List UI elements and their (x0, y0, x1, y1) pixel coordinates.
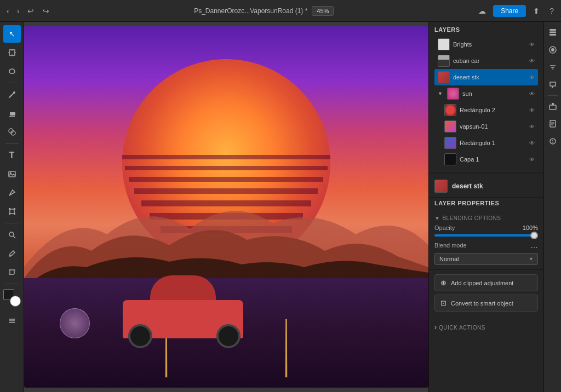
layer-capa1[interactable]: Capa 1 👁 (434, 151, 538, 168)
convert-smart-object-button[interactable]: ⊡ Convert to smart object (434, 295, 538, 312)
layer-thumb-sun (447, 88, 459, 100)
zoom-tool[interactable] (3, 226, 21, 244)
tool-separator-4 (5, 284, 19, 284)
clone-tool[interactable] (3, 123, 21, 141)
select-tool[interactable]: ↖ (3, 25, 21, 43)
artboard-tool[interactable] (3, 44, 21, 61)
layer-eye-brights[interactable]: 👁 (529, 42, 535, 48)
layer-desert-stk[interactable]: desert stk 👁 (434, 69, 538, 85)
top-bar-right: ☁ Share ⬆ ? (476, 5, 557, 17)
svg-rect-36 (549, 105, 556, 109)
right-icon-strip (543, 22, 561, 392)
group-arrow-sun: ▼ (438, 91, 443, 96)
layer-brights[interactable]: Brights 👁 (434, 36, 538, 53)
image-tool[interactable] (3, 165, 21, 183)
zoom-level[interactable]: 45% (312, 6, 334, 16)
layer-thumb-brights (438, 38, 450, 50)
layer-eye-capa1[interactable]: 👁 (529, 157, 535, 163)
opacity-slider[interactable] (434, 234, 538, 237)
right-icon-info[interactable] (546, 99, 560, 113)
undo-button[interactable]: ↩ (25, 5, 37, 16)
blend-mode-more[interactable]: … (530, 241, 538, 250)
svg-rect-30 (549, 34, 556, 36)
right-icon-filter[interactable] (546, 60, 560, 74)
svg-line-19 (13, 236, 15, 238)
forward-button[interactable]: › (15, 5, 22, 16)
right-icon-adjustments[interactable] (546, 43, 560, 57)
eraser-tool[interactable] (3, 105, 21, 122)
convert-smart-label: Convert to smart object (451, 300, 513, 307)
opacity-label: Opacity (434, 224, 455, 231)
lasso-tool[interactable] (3, 62, 21, 80)
add-clipped-label: Add clipped adjustment (451, 280, 513, 286)
brush-tool[interactable] (3, 86, 21, 103)
layer-name-capa1: Capa 1 (460, 156, 526, 163)
add-clipped-adjustment-button[interactable]: ⊕ Add clipped adjustment (434, 274, 538, 291)
canvas-background (24, 26, 428, 388)
eyedropper-tool[interactable] (3, 245, 21, 262)
car-wheel-left (128, 324, 152, 348)
layer-rectangulo1[interactable]: Rectángulo 1 👁 (434, 135, 538, 151)
svg-point-20 (9, 255, 11, 257)
back-button[interactable]: ‹ (4, 5, 12, 16)
layer-thumb-rect2 (444, 104, 456, 116)
transform-tool[interactable] (3, 203, 21, 220)
upload-button[interactable]: ⬆ (530, 5, 542, 16)
blending-options-header[interactable]: ▼ BLENDING OPTIONS (434, 215, 538, 221)
svg-point-32 (551, 48, 554, 51)
more-tools[interactable] (3, 312, 21, 330)
layers-title: Layers (434, 26, 538, 33)
canvas-image (24, 26, 428, 388)
blending-label: BLENDING OPTIONS (442, 215, 501, 221)
top-bar-left: ‹ › ↩ ↪ (4, 5, 52, 16)
type-tool[interactable]: T (3, 147, 21, 164)
blending-arrow: ▼ (434, 215, 440, 221)
svg-rect-7 (10, 112, 15, 116)
background-color[interactable] (10, 296, 21, 307)
help-button[interactable]: ? (547, 5, 557, 16)
svg-rect-13 (10, 209, 14, 214)
mountains (24, 169, 428, 289)
quick-actions-header[interactable]: › QUICK ACTIONS (429, 319, 543, 336)
layer-eye-rect1[interactable]: 👁 (529, 140, 535, 146)
svg-point-6 (13, 91, 15, 94)
layer-properties-title-row: Layer properties (429, 198, 543, 211)
crop-tool[interactable] (3, 263, 21, 281)
main-area: ↖ T (0, 22, 561, 392)
layer-thumb-cuban-car (438, 55, 450, 67)
share-button[interactable]: Share (493, 5, 526, 17)
layer-eye-sun[interactable]: 👁 (529, 91, 535, 97)
layer-thumb-desert-stk (438, 71, 450, 83)
redo-button[interactable]: ↪ (40, 5, 52, 16)
color-swatches[interactable] (3, 289, 21, 307)
canvas-area[interactable] (24, 22, 428, 392)
tool-separator-3 (5, 223, 19, 223)
pen-tool[interactable] (3, 184, 21, 201)
layer-sun-group[interactable]: ▼ sun 👁 (434, 85, 538, 102)
layer-eye-vapsun01[interactable]: 👁 (529, 124, 535, 130)
layer-thumb-rect1 (444, 137, 456, 149)
cloud-button[interactable]: ☁ (476, 5, 489, 16)
layer-eye-cuban-car[interactable]: 👁 (529, 58, 535, 64)
layer-eye-desert-stk[interactable]: 👁 (529, 74, 535, 80)
right-icon-note[interactable] (546, 117, 560, 131)
add-clipped-icon: ⊕ (440, 279, 446, 287)
layer-thumb-vapsun01 (444, 120, 456, 132)
blend-mode-select[interactable]: Normal Multiply Screen Overlay Soft Ligh… (434, 253, 538, 265)
layer-vapsun01[interactable]: vapsun-01 👁 (434, 118, 538, 135)
right-icon-comment[interactable] (546, 78, 560, 92)
convert-smart-icon: ⊡ (440, 299, 446, 307)
layer-name-desert-stk: desert stk (453, 74, 526, 80)
opacity-slider-thumb[interactable] (530, 232, 538, 239)
layer-cuban-car[interactable]: cuban car 👁 (434, 53, 538, 69)
layer-eye-rect2[interactable]: 👁 (529, 107, 535, 113)
layer-name-vapsun01: vapsun-01 (460, 123, 526, 130)
layer-rectangulo2[interactable]: Rectángulo 2 👁 (434, 102, 538, 118)
layer-thumb-capa1 (444, 153, 456, 165)
opacity-row: Opacity 100% (434, 224, 538, 231)
right-icon-properties[interactable] (546, 134, 560, 148)
right-icon-layers[interactable] (546, 25, 560, 39)
right-panel: Layers Brights 👁 cuban car 👁 desert stk … (428, 22, 543, 392)
quick-actions-arrow: › (434, 324, 437, 331)
panel-divider (429, 174, 543, 174)
